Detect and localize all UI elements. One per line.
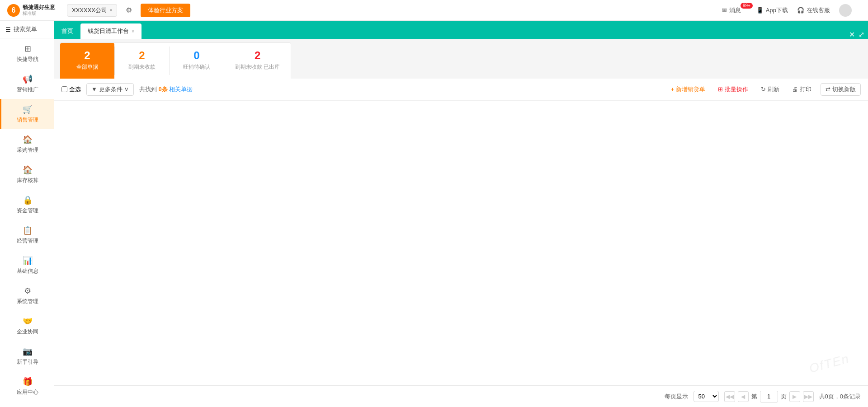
sidebar-label-purchase: 采购管理 [17, 146, 38, 154]
operation-icon: 📋 [23, 225, 33, 235]
page-suffix: 页 [781, 393, 787, 401]
next-page-button[interactable]: ▶ [789, 391, 800, 402]
top-header: 6 畅捷通好生意 标准版 XXXXXX公司 ▾ ⚙ 体验行业方案 ✉ 消息 99… [0, 0, 868, 21]
headset-icon: 🎧 [797, 7, 804, 14]
guide-icon: 📷 [23, 346, 33, 356]
sidebar-label-sales: 销售管理 [17, 116, 38, 124]
refresh-icon: ↻ [761, 86, 766, 93]
card-pending-count: 0 [193, 49, 199, 62]
online-service-button[interactable]: 🎧 在线客服 [797, 6, 830, 14]
sidebar-label-system: 系统管理 [17, 298, 38, 305]
card-overdue-count: 2 [139, 49, 145, 62]
header-right: ✉ 消息 99+ 📱 App下载 🎧 在线客服 [722, 4, 861, 17]
sidebar-item-operation[interactable]: 📋 经营管理 [0, 220, 54, 250]
batch-icon: ⊞ [718, 86, 723, 93]
last-page-button[interactable]: ▶▶ [803, 391, 814, 402]
sidebar-label-finance: 资金管理 [17, 207, 38, 215]
card-overdue[interactable]: 2 到期未收款 [115, 43, 169, 79]
sidebar-item-marketing[interactable]: 📢 营销推广 [0, 69, 54, 99]
page-size-select[interactable]: 50 100 200 [693, 391, 719, 402]
toolbar-left: 全选 ▼ 更多条件 ∨ 共找到 0条 相关单据 [61, 83, 193, 96]
sidebar-item-purchase[interactable]: 🏠 采购管理 [0, 129, 54, 159]
header-left: 6 畅捷通好生意 标准版 XXXXXX公司 ▾ ⚙ 体验行业方案 [7, 4, 190, 17]
prev-page-button[interactable]: ◀ [738, 391, 749, 402]
message-button[interactable]: ✉ 消息 99+ [722, 6, 747, 14]
empty-area [54, 101, 868, 407]
tab-actions: ✕ ⤢ [849, 30, 868, 39]
batch-operation-button[interactable]: ⊞ 批量操作 [714, 84, 752, 95]
main-content: 2 全部单据 2 到期未收款 0 旺辅待确认 2 到期未收款 已出库 [54, 39, 868, 407]
sidebar-item-inventory[interactable]: 🏠 库存核算 [0, 159, 54, 190]
logo-area: 6 畅捷通好生意 标准版 [7, 4, 61, 17]
filter-label: 更多条件 [99, 85, 123, 94]
sidebar-label-basic-info: 基础信息 [17, 267, 38, 275]
sidebar-label-cooperation: 企业协同 [17, 328, 38, 336]
sidebar-item-app-center[interactable]: 🎁 应用中心 [0, 371, 54, 402]
related-link[interactable]: 相关单据 [169, 86, 193, 93]
filter-button[interactable]: ▼ 更多条件 ∨ [86, 83, 134, 96]
cards-container: 2 全部单据 2 到期未收款 0 旺辅待确认 2 到期未收款 已出库 [60, 42, 291, 79]
switch-label: 切换新版 [832, 85, 856, 94]
message-label: 消息 [729, 6, 741, 14]
print-icon: 🖨 [792, 86, 798, 93]
sidebar-item-cooperation[interactable]: 🤝 企业协同 [0, 311, 54, 341]
online-service-label: 在线客服 [807, 6, 830, 14]
sidebar-item-guide[interactable]: 📷 新手引导 [0, 341, 54, 371]
search-menu-button[interactable]: ☰ 搜索菜单 [0, 21, 54, 38]
card-overdue-label: 到期未收款 [128, 63, 156, 71]
sidebar-item-quick-nav[interactable]: ⊞ 快捷导航 [0, 38, 54, 69]
page-size-label: 每页显示 [665, 393, 688, 401]
search-menu-label: 搜索菜单 [14, 25, 37, 33]
cooperation-icon: 🤝 [23, 316, 33, 326]
refresh-button[interactable]: ↻ 刷新 [757, 84, 783, 95]
sidebar-item-finance[interactable]: 🔒 资金管理 [0, 190, 54, 220]
found-count: 0条 [159, 86, 168, 93]
avatar[interactable] [839, 4, 852, 17]
select-all-checkbox-label[interactable]: 全选 [61, 85, 81, 94]
select-all-checkbox[interactable] [61, 86, 67, 92]
sidebar-label-operation: 经营管理 [17, 237, 38, 245]
settings-button[interactable]: ⚙ [123, 4, 135, 17]
card-shipped[interactable]: 2 到期未收款 已出库 [224, 43, 291, 79]
switch-icon: ⇄ [826, 86, 830, 93]
toolbar: 全选 ▼ 更多条件 ∨ 共找到 0条 相关单据 + 新增销货单 ⊞ 批量操作 [54, 79, 868, 101]
switch-version-button[interactable]: ⇄ 切换新版 [821, 83, 861, 96]
sidebar-label-quick-nav: 快捷导航 [17, 56, 38, 63]
sidebar-item-system[interactable]: ⚙ 系统管理 [0, 281, 54, 311]
app-download-button[interactable]: 📱 App下载 [756, 6, 788, 14]
system-icon: ⚙ [24, 286, 31, 296]
trial-button[interactable]: 体验行业方案 [141, 4, 190, 17]
page-label: 第 [751, 393, 757, 401]
logo-icon: 6 [7, 4, 20, 17]
window-close-icon[interactable]: ✕ [849, 30, 855, 39]
add-sale-order-button[interactable]: + 新增销货单 [667, 84, 709, 95]
pagination-bar: 每页显示 50 100 200 ◀◀ ◀ 第 页 ▶ ▶▶ 共0页，0条记录 [54, 385, 868, 407]
print-label: 打印 [800, 85, 811, 94]
app-download-label: App下载 [766, 6, 788, 14]
sidebar-item-wechat[interactable]: 💬 企业微信 [0, 402, 54, 407]
home-tab-label: 首页 [61, 27, 73, 35]
home-tab[interactable]: 首页 [54, 23, 80, 39]
active-tab[interactable]: 钱货日清工作台 × [80, 23, 142, 39]
found-text: 共找到 0条 相关单据 [139, 85, 193, 94]
tab-close-icon[interactable]: × [132, 28, 134, 34]
nav-tabs: 首页 钱货日清工作台 × ✕ ⤢ [54, 21, 868, 39]
message-badge: 99+ [741, 3, 753, 9]
marketing-icon: 📢 [23, 74, 33, 84]
batch-label: 批量操作 [725, 85, 748, 94]
page-nav: ◀◀ ◀ 第 页 ▶ ▶▶ [724, 391, 814, 402]
content-area: 2 全部单据 2 到期未收款 0 旺辅待确认 2 到期未收款 已出库 [54, 39, 868, 407]
window-maximize-icon[interactable]: ⤢ [859, 30, 864, 39]
print-button[interactable]: 🖨 打印 [788, 84, 815, 95]
first-page-button[interactable]: ◀◀ [724, 391, 735, 402]
found-label: 共找到 [139, 86, 157, 93]
page-input[interactable] [760, 391, 778, 402]
sidebar-label-marketing: 营销推广 [17, 86, 38, 94]
sidebar-item-sales[interactable]: 🛒 销售管理 [0, 99, 54, 129]
company-name: XXXXXX公司 [72, 6, 107, 14]
sidebar-item-basic-info[interactable]: 📊 基础信息 [0, 250, 54, 281]
company-selector[interactable]: XXXXXX公司 ▾ [67, 4, 117, 17]
card-all[interactable]: 2 全部单据 [60, 43, 114, 79]
card-pending[interactable]: 0 旺辅待确认 [170, 43, 224, 79]
select-all-label: 全选 [69, 85, 81, 94]
